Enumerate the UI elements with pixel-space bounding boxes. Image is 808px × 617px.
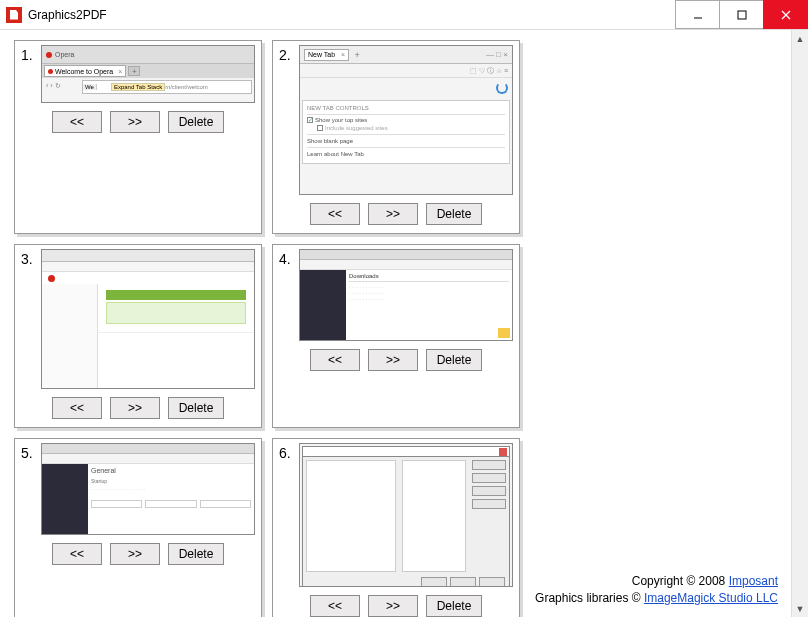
maximize-button[interactable] bbox=[719, 0, 764, 29]
opera-icon bbox=[48, 275, 55, 282]
thumb-image[interactable]: Opera Welcome to Opera× + ‹ › ↻ We Expan… bbox=[41, 45, 255, 103]
move-left-button[interactable]: << bbox=[52, 111, 102, 133]
imposant-link[interactable]: Imposant bbox=[729, 574, 778, 588]
thumbnail-card: 4. Downloads · · · · · · · · · · · · ·· … bbox=[272, 244, 520, 428]
thumbnail-card: 2. New Tab× + — □ × ⬚ ♡ ⓘ ☆ ≡ NEW TAB CO… bbox=[272, 40, 520, 234]
close-button[interactable] bbox=[763, 0, 808, 29]
thumb-image[interactable]: Downloads · · · · · · · · · · · · ·· · ·… bbox=[299, 249, 513, 341]
minimize-button[interactable] bbox=[675, 0, 720, 29]
thumb-number: 6. bbox=[279, 443, 299, 461]
delete-button[interactable]: Delete bbox=[426, 349, 482, 371]
tooltip: Expand Tab Stack bbox=[111, 83, 165, 91]
settings-heading: General bbox=[91, 467, 251, 474]
opera-icon bbox=[46, 52, 52, 58]
move-right-button[interactable]: >> bbox=[110, 111, 160, 133]
delete-button[interactable]: Delete bbox=[426, 595, 482, 617]
thumb-number: 5. bbox=[21, 443, 41, 461]
thumb-image[interactable]: New Tab× + — □ × ⬚ ♡ ⓘ ☆ ≡ NEW TAB CONTR… bbox=[299, 45, 513, 195]
move-right-button[interactable]: >> bbox=[368, 203, 418, 225]
delete-button[interactable]: Delete bbox=[168, 397, 224, 419]
delete-button[interactable]: Delete bbox=[168, 543, 224, 565]
vertical-scrollbar[interactable]: ▲ ▼ bbox=[791, 30, 808, 617]
thumbnail-card: 5. General Startup · · · · · · · · · · ·… bbox=[14, 438, 262, 617]
spinner-icon bbox=[496, 82, 508, 94]
move-right-button[interactable]: >> bbox=[368, 349, 418, 371]
close-icon bbox=[499, 448, 507, 456]
scroll-down-icon[interactable]: ▼ bbox=[792, 600, 808, 617]
move-left-button[interactable]: << bbox=[52, 543, 102, 565]
move-right-button[interactable]: >> bbox=[110, 397, 160, 419]
thumb-number: 3. bbox=[21, 249, 41, 267]
thumbnail-grid: 1. Opera Welcome to Opera× + ‹ › ↻ We Ex… bbox=[14, 40, 777, 617]
window-title: Graphics2PDF bbox=[28, 8, 107, 22]
thumb-image[interactable] bbox=[299, 443, 513, 587]
thumbnail-card: 1. Opera Welcome to Opera× + ‹ › ↻ We Ex… bbox=[14, 40, 262, 234]
thumb-number: 4. bbox=[279, 249, 299, 267]
move-right-button[interactable]: >> bbox=[368, 595, 418, 617]
thumb-image[interactable] bbox=[41, 249, 255, 389]
app-icon bbox=[6, 7, 22, 23]
scroll-up-icon[interactable]: ▲ bbox=[792, 30, 808, 47]
delete-button[interactable]: Delete bbox=[168, 111, 224, 133]
footer: Copyright © 2008 Imposant Graphics libra… bbox=[535, 573, 778, 607]
panel-heading: NEW TAB CONTROLS bbox=[307, 105, 505, 111]
thumbnail-card: 6. << >> bbox=[272, 438, 520, 617]
svg-rect-1 bbox=[738, 11, 746, 19]
imagemagick-link[interactable]: ImageMagick Studio LLC bbox=[644, 591, 778, 605]
thumb-number: 1. bbox=[21, 45, 41, 63]
move-left-button[interactable]: << bbox=[310, 203, 360, 225]
move-right-button[interactable]: >> bbox=[110, 543, 160, 565]
move-left-button[interactable]: << bbox=[310, 595, 360, 617]
move-left-button[interactable]: << bbox=[310, 349, 360, 371]
thumbnail-card: 3. << >> bbox=[14, 244, 262, 428]
tab-label: Welcome to Opera bbox=[55, 68, 113, 75]
thumb-image[interactable]: General Startup · · · · · · · · · · · · … bbox=[41, 443, 255, 535]
delete-button[interactable]: Delete bbox=[426, 203, 482, 225]
titlebar: Graphics2PDF bbox=[0, 0, 808, 30]
move-left-button[interactable]: << bbox=[52, 397, 102, 419]
thumb-number: 2. bbox=[279, 45, 299, 63]
